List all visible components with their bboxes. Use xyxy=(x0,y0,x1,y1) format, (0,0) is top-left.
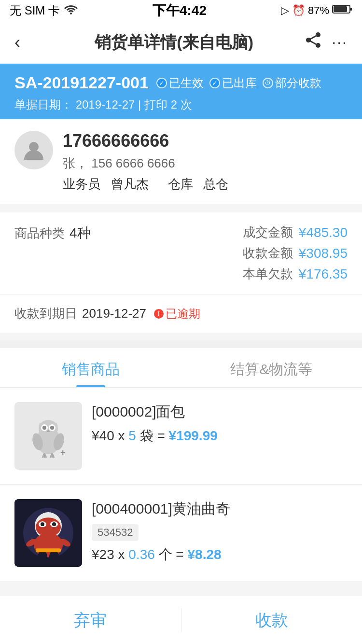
status-partial: ⏱ 部分收款 xyxy=(263,75,321,91)
product-sku-2: 534532 xyxy=(92,524,139,541)
received-value: ¥308.95 xyxy=(299,246,348,261)
stats-left: 商品种类 4种 xyxy=(14,224,238,245)
transaction-row: 成交金额 ¥485.30 xyxy=(243,224,348,241)
banner-top: SA-20191227-001 ✓ 已生效 ✓ 已出库 ⏱ 部分收款 xyxy=(14,73,348,92)
product-total-2: ¥8.28 xyxy=(187,547,221,562)
page-title: 销货单详情(来自电脑) xyxy=(43,31,305,54)
tabs: 销售商品 结算&物流等 xyxy=(0,348,362,388)
stats-right: 成交金额 ¥485.30 收款金额 ¥308.95 本单欠款 ¥176.35 xyxy=(243,224,348,282)
product-types-item: 商品种类 4种 xyxy=(14,224,238,242)
share-icon[interactable] xyxy=(305,31,322,53)
section-divider xyxy=(0,340,362,348)
product-types-value: 4种 xyxy=(70,224,91,242)
status-time: 下午4:42 xyxy=(153,1,207,20)
product-qty-2: 0.36 xyxy=(128,547,155,562)
debt-row: 本单欠款 ¥176.35 xyxy=(243,266,348,282)
transaction-label: 成交金额 xyxy=(243,224,293,241)
status-tags: ✓ 已生效 ✓ 已出库 ⏱ 部分收款 xyxy=(156,75,321,91)
avatar xyxy=(14,131,53,169)
nav-bar: ‹ 销货单详情(来自电脑) ··· xyxy=(0,21,362,64)
table-row: + [0000002]面包 ¥40 x 5 袋 = ¥199.99 xyxy=(0,388,362,485)
tab-products[interactable]: 销售商品 xyxy=(0,348,181,387)
status-bar: 无 SIM 卡 下午4:42 ▷ ⏰ 87% xyxy=(0,0,362,21)
table-row: [000400001]黄油曲奇 534532 ¥23 x 0.36 个 = ¥8… xyxy=(0,485,362,582)
svg-point-35 xyxy=(49,550,59,564)
status-shipped: ✓ 已出库 xyxy=(209,75,257,91)
debt-label: 本单欠款 xyxy=(243,266,293,282)
salesman-label: 业务员 曾凡杰 xyxy=(63,176,149,193)
svg-point-34 xyxy=(38,550,47,564)
nav-actions: ··· xyxy=(305,31,348,53)
product-total-1: ¥199.99 xyxy=(169,428,218,443)
salesman-value: 曾凡杰 xyxy=(111,177,149,191)
svg-point-30 xyxy=(52,522,56,526)
collect-payment-button[interactable]: 收款 xyxy=(181,600,362,641)
product-thumb-1: + xyxy=(14,402,82,470)
product-info-1: [0000002]面包 ¥40 x 5 袋 = ¥199.99 xyxy=(92,402,348,445)
print-label: | 打印 xyxy=(138,98,167,111)
overdue-date: 2019-12-27 xyxy=(82,306,146,321)
overdue-label: 收款到期日 xyxy=(14,305,77,322)
svg-rect-2 xyxy=(334,6,347,12)
svg-point-29 xyxy=(41,522,44,526)
status-left: 无 SIM 卡 xyxy=(10,3,78,18)
sim-text: 无 SIM 卡 xyxy=(10,3,60,18)
product-types-label: 商品种类 xyxy=(14,225,65,242)
clock-icon: ⏱ xyxy=(263,78,273,88)
warehouse-label: 仓库 总仓 xyxy=(168,176,229,193)
product-info-2: [000400001]黄油曲奇 534532 ¥23 x 0.36 个 = ¥8… xyxy=(92,499,348,564)
customer-id: 17666666666 xyxy=(63,131,348,151)
overdue-dot-icon: ! xyxy=(154,309,164,319)
banner-bottom: 单据日期： 2019-12-27 | 打印 2 次 xyxy=(14,97,348,112)
product-price-1: ¥40 x 5 袋 = ¥199.99 xyxy=(92,427,348,445)
customer-card: 17666666666 张， 156 6666 6666 业务员 曾凡杰 仓库 … xyxy=(0,119,362,204)
location-icon: ▷ xyxy=(281,4,289,17)
battery-icon xyxy=(332,4,352,17)
order-date: 2019-12-27 xyxy=(76,98,135,111)
stats-card: 商品种类 4种 成交金额 ¥485.30 收款金额 ¥308.95 本单欠款 ¥… xyxy=(0,212,362,333)
debt-value: ¥176.35 xyxy=(299,266,348,282)
customer-name: 张， 156 6666 6666 xyxy=(63,155,348,172)
received-row: 收款金额 ¥308.95 xyxy=(243,245,348,262)
bottom-bar: 弃审 收款 xyxy=(0,596,362,644)
date-label: 单据日期： xyxy=(14,98,72,111)
print-suffix: 次 xyxy=(181,98,192,111)
check-icon-2: ✓ xyxy=(209,78,220,88)
customer-info: 17666666666 张， 156 6666 6666 业务员 曾凡杰 仓库 … xyxy=(63,131,348,193)
overdue-badge: ! 已逾期 xyxy=(154,306,200,322)
svg-rect-36 xyxy=(36,548,61,552)
print-count: 2 xyxy=(171,98,177,111)
wifi-icon xyxy=(64,4,78,17)
product-name-1: [0000002]面包 xyxy=(92,402,348,422)
order-id: SA-20191227-001 xyxy=(14,73,149,92)
tab-settlement[interactable]: 结算&物流等 xyxy=(181,348,362,387)
stats-section: 商品种类 4种 成交金额 ¥485.30 收款金额 ¥308.95 本单欠款 ¥… xyxy=(0,212,362,294)
product-thumb-2 xyxy=(14,499,82,567)
battery-text: 87% xyxy=(308,4,329,17)
cancel-review-button[interactable]: 弃审 xyxy=(0,600,181,641)
product-price-2: ¥23 x 0.36 个 = ¥8.28 xyxy=(92,546,348,564)
status-effective: ✓ 已生效 xyxy=(156,75,204,91)
warehouse-value: 总仓 xyxy=(203,177,228,191)
customer-section: 17666666666 张， 156 6666 6666 业务员 曾凡杰 仓库 … xyxy=(0,119,362,204)
back-button[interactable]: ‹ xyxy=(14,32,43,53)
customer-meta: 业务员 曾凡杰 仓库 总仓 xyxy=(63,176,348,193)
svg-point-9 xyxy=(42,426,46,430)
header-banner: SA-20191227-001 ✓ 已生效 ✓ 已出库 ⏱ 部分收款 单据日期：… xyxy=(0,64,362,119)
svg-text:+: + xyxy=(60,448,66,457)
product-list: + [0000002]面包 ¥40 x 5 袋 = ¥199.99 xyxy=(0,388,362,582)
status-right: ▷ ⏰ 87% xyxy=(281,4,352,17)
svg-point-10 xyxy=(50,426,54,430)
check-icon-1: ✓ xyxy=(156,78,167,88)
more-icon[interactable]: ··· xyxy=(332,33,348,51)
product-name-2: [000400001]黄油曲奇 xyxy=(92,499,348,519)
svg-point-31 xyxy=(34,533,63,557)
alarm-icon: ⏰ xyxy=(292,4,305,17)
product-qty-1: 5 xyxy=(128,428,136,443)
svg-rect-1 xyxy=(350,8,352,11)
received-label: 收款金额 xyxy=(243,245,293,262)
transaction-value: ¥485.30 xyxy=(299,225,348,240)
overdue-section: 收款到期日 2019-12-27 ! 已逾期 xyxy=(0,294,362,333)
tab-underline xyxy=(76,385,105,387)
